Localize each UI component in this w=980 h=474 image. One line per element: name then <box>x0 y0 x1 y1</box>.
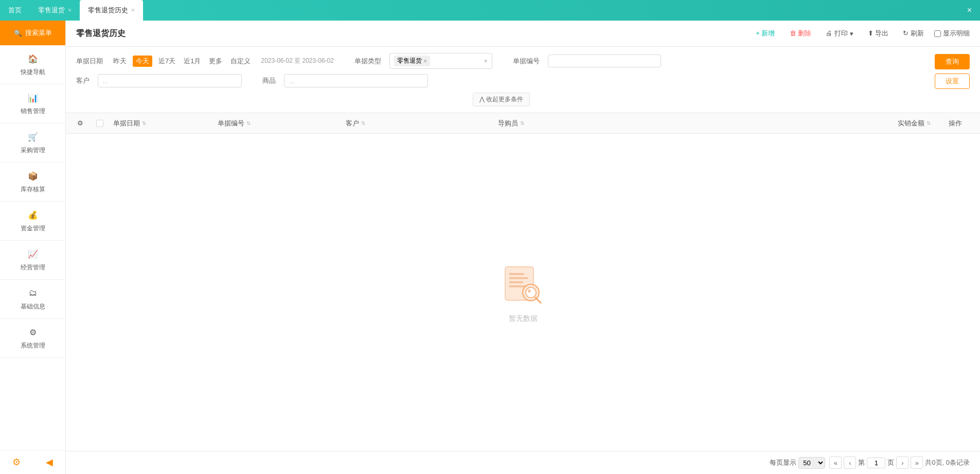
export-btn[interactable]: ⬆ 导出 <box>864 27 893 40</box>
svg-rect-2 <box>509 277 528 279</box>
yesterday-shortcut[interactable]: 昨天 <box>111 56 129 67</box>
inventory-icon: 📦 <box>27 170 39 182</box>
th-amount-sort[interactable]: ⇅ <box>926 120 931 126</box>
1month-shortcut[interactable]: 近1月 <box>182 56 203 67</box>
th-date-sort[interactable]: ⇅ <box>142 120 146 126</box>
bill-type-tag: 零售退货 × <box>394 56 430 66</box>
date-range-display: 2023-06-02 至 2023-06-02 <box>261 57 333 65</box>
sales-icon: 📊 <box>27 92 39 104</box>
tab-retail-return-history-close[interactable]: × <box>131 7 135 14</box>
per-page-dropdown[interactable]: 50 100 200 <box>798 457 825 469</box>
page-size-select: 每页显示 50 100 200 <box>770 457 825 469</box>
tab-retail-return-label: 零售退货 <box>38 6 65 15</box>
pagination-bar: 每页显示 50 100 200 « ‹ 第 页 › » 共0页, 0条记录 <box>66 451 980 474</box>
th-customer[interactable]: 客户 ⇅ <box>342 119 494 128</box>
sidebar-item-operations[interactable]: 📈 经营管理 <box>0 241 65 280</box>
th-action-label: 操作 <box>949 119 962 128</box>
print-btn-label: 🖨 打印 <box>826 29 848 38</box>
filter-row-1: 单据日期 昨天 今天 近7天 近1月 更多 自定义 2023-06-02 至 2… <box>76 53 926 69</box>
today-shortcut[interactable]: 今天 <box>133 56 152 67</box>
refresh-btn[interactable]: ↻ 刷新 <box>899 27 928 40</box>
export-btn-label: ⬆ 导出 <box>868 29 889 38</box>
first-page-btn[interactable]: « <box>829 457 842 469</box>
next-page-btn[interactable]: › <box>896 457 908 469</box>
sidebar-item-system-mgmt[interactable]: ⚙ 系统管理 <box>0 319 65 358</box>
delete-btn[interactable]: 🗑 删除 <box>786 27 816 40</box>
display-toggle-checkbox[interactable] <box>934 30 941 37</box>
bill-type-select[interactable]: 零售退货 × ▾ <box>389 53 492 69</box>
filter-row-2: 客户 ... 商品 ... <box>76 74 926 87</box>
tab-retail-return-close[interactable]: × <box>68 7 72 14</box>
th-guide[interactable]: 导购员 ⇅ <box>494 119 598 128</box>
7days-shortcut[interactable]: 近7天 <box>156 56 177 67</box>
th-guide-label: 导购员 <box>498 119 518 128</box>
settings-bottom-icon[interactable]: ⚙ <box>12 457 21 468</box>
basic-info-icon: 🗂 <box>27 287 39 299</box>
svg-rect-1 <box>509 273 524 275</box>
th-check[interactable] <box>91 120 109 127</box>
th-settings[interactable]: ⚙ <box>70 119 91 127</box>
sidebar-item-purchase-mgmt[interactable]: 🛒 采购管理 <box>0 123 65 162</box>
sidebar-item-sales-mgmt[interactable]: 📊 销售管理 <box>0 84 65 123</box>
customer-label: 客户 <box>76 76 90 85</box>
bill-type-dropdown-icon: ▾ <box>484 57 488 65</box>
top-bar: 首页 零售退货 × 零售退货历史 × × <box>0 0 980 21</box>
collapse-btn[interactable]: ⋀ 收起更多条件 <box>473 93 530 106</box>
filter-fields: 单据日期 昨天 今天 近7天 近1月 更多 自定义 2023-06-02 至 2… <box>76 53 926 106</box>
settings-btn[interactable]: 设置 <box>935 74 970 89</box>
sidebar-item-finance[interactable]: 💰 资金管理 <box>0 202 65 241</box>
page-title: 零售退货历史 <box>76 28 126 39</box>
th-amount[interactable]: 实销金额 ⇅ <box>846 119 935 128</box>
sidebar-item-basic-info[interactable]: 🗂 基础信息 <box>0 280 65 319</box>
sidebar-item-sales-label: 销售管理 <box>21 107 45 116</box>
th-date[interactable]: 单据日期 ⇅ <box>109 119 213 128</box>
system-icon: ⚙ <box>27 326 39 338</box>
th-bill-no-sort[interactable]: ⇅ <box>246 120 251 126</box>
search-icon: 🔍 <box>14 29 22 37</box>
query-btn[interactable]: 查询 <box>935 54 970 69</box>
sidebar-item-quick-nav-label: 快捷导航 <box>21 68 45 77</box>
operations-icon: 📈 <box>27 248 39 260</box>
table-container: ⚙ 单据日期 ⇅ 单据编号 ⇅ 客户 ⇅ 导购员 ⇅ <box>66 113 980 451</box>
svg-line-7 <box>536 298 541 303</box>
last-page-btn[interactable]: » <box>911 457 923 469</box>
search-menu-label: 搜索菜单 <box>25 28 52 38</box>
prev-page-btn[interactable]: ‹ <box>844 457 856 469</box>
sidebar-item-finance-label: 资金管理 <box>21 224 45 233</box>
search-menu-btn[interactable]: 🔍 搜索菜单 <box>0 21 65 45</box>
customer-select[interactable]: ... <box>98 74 242 87</box>
filter-grid: 单据日期 昨天 今天 近7天 近1月 更多 自定义 2023-06-02 至 2… <box>76 53 970 106</box>
collapse-btn-label: ⋀ 收起更多条件 <box>479 95 523 104</box>
svg-rect-3 <box>509 281 523 283</box>
sidebar-item-inventory[interactable]: 📦 库存核算 <box>0 162 65 202</box>
more-shortcut[interactable]: 更多 <box>207 56 224 67</box>
bill-type-tag-label: 零售退货 <box>397 57 422 65</box>
tab-home[interactable]: 首页 <box>0 0 30 21</box>
tab-bar: 首页 零售退货 × 零售退货历史 × <box>0 0 967 21</box>
bill-type-tag-close[interactable]: × <box>423 58 427 65</box>
window-close-btn[interactable]: × <box>967 6 980 15</box>
print-btn[interactable]: 🖨 打印 ▾ <box>822 27 858 40</box>
svg-rect-4 <box>509 285 526 287</box>
tab-retail-return[interactable]: 零售退货 × <box>30 0 80 21</box>
th-bill-no[interactable]: 单据编号 ⇅ <box>213 119 342 128</box>
main-layout: 🔍 搜索菜单 🏠 快捷导航 📊 销售管理 🛒 采购管理 📦 库存核算 💰 资金管… <box>0 21 980 474</box>
print-dropdown-icon[interactable]: ▾ <box>850 30 853 38</box>
sidebar-item-basic-info-label: 基础信息 <box>21 302 45 311</box>
page-input[interactable] <box>867 458 885 468</box>
goods-select[interactable]: ... <box>284 74 428 87</box>
th-guide-sort[interactable]: ⇅ <box>520 120 524 126</box>
new-btn[interactable]: + 新增 <box>752 27 779 40</box>
empty-state: 暂无数据 <box>66 134 980 451</box>
bill-no-input[interactable] <box>548 54 661 67</box>
collapse-sidebar-icon[interactable]: ◀ <box>46 457 53 468</box>
header-checkbox[interactable] <box>96 120 103 127</box>
sidebar-item-quick-nav[interactable]: 🏠 快捷导航 <box>0 45 65 84</box>
content-area: 零售退货历史 + 新增 🗑 删除 🖨 打印 ▾ ⬆ 导出 ↻ 刷新 <box>66 21 980 474</box>
tab-retail-return-history[interactable]: 零售退货历史 × <box>80 0 143 21</box>
th-customer-sort[interactable]: ⇅ <box>361 120 365 126</box>
custom-shortcut[interactable]: 自定义 <box>228 56 253 67</box>
filter-actions: 查询 设置 <box>926 53 970 89</box>
page-header: 零售退货历史 + 新增 🗑 删除 🖨 打印 ▾ ⬆ 导出 ↻ 刷新 <box>66 21 980 47</box>
sidebar-item-system-label: 系统管理 <box>21 341 45 350</box>
